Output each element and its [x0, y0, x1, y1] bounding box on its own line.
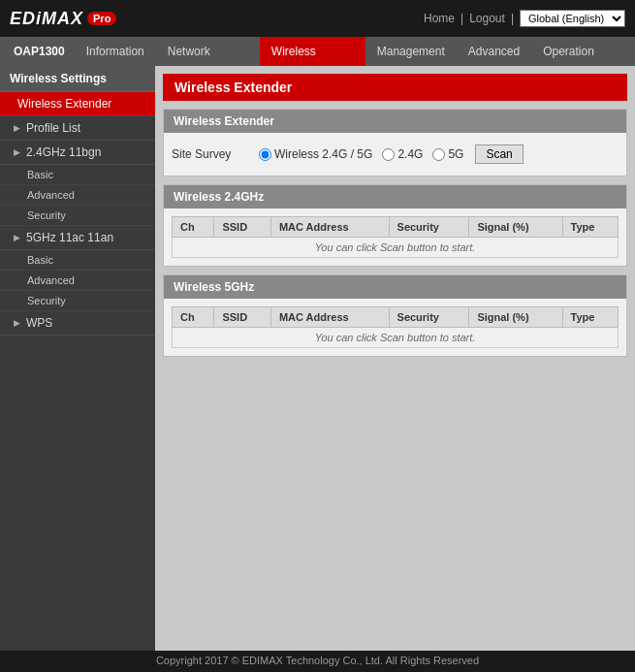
sidebar-item-wps[interactable]: WPS — [0, 311, 155, 336]
sidebar-section-title: Wireless Settings — [0, 66, 155, 92]
col-type-24: Type — [562, 217, 618, 238]
col-signal-5: Signal (%) — [469, 307, 562, 328]
nav-wireless[interactable]: Wireless Settings — [260, 37, 365, 66]
radio-24[interactable] — [382, 148, 395, 161]
col-ch-24: Ch — [173, 217, 214, 238]
sidebar-item-24ghz[interactable]: 2.4GHz 11bgn — [0, 141, 155, 165]
radio-24-text: 2.4G — [397, 147, 423, 161]
sidebar-item-basic-5[interactable]: Basic — [0, 250, 155, 271]
logout-link[interactable]: Logout — [469, 12, 505, 25]
col-ch-5: Ch — [173, 307, 214, 328]
col-security-24: Security — [389, 217, 469, 238]
section-24-title: Wireless 2.4GHz — [164, 185, 626, 208]
header-links: Home | Logout | Global (English) — [424, 10, 625, 27]
home-link[interactable]: Home — [424, 12, 455, 25]
main: Wireless Settings Wireless Extender Prof… — [0, 66, 635, 651]
language-select[interactable]: Global (English) — [520, 10, 625, 27]
device-label: OAP1300 — [4, 45, 75, 58]
radio-5-text: 5G — [448, 147, 463, 161]
section-5-body: Ch SSID MAC Address Security Signal (%) … — [164, 299, 626, 356]
sidebar-item-advanced-24[interactable]: Advanced — [0, 185, 155, 206]
radio-group: Wireless 2.4G / 5G 2.4G 5G — [259, 147, 463, 161]
table-24-empty-msg: You can click Scan button to start. — [173, 238, 619, 258]
col-type-5: Type — [562, 307, 618, 328]
table-5: Ch SSID MAC Address Security Signal (%) … — [172, 306, 619, 348]
nav-information[interactable]: Information — [75, 37, 156, 66]
content: Wireless Extender Wireless Extender Site… — [155, 66, 635, 651]
radio-both-label[interactable]: Wireless 2.4G / 5G — [259, 147, 372, 161]
header: EDiMAX Pro Home | Logout | Global (Engli… — [0, 0, 635, 37]
navbar: OAP1300 Information Network Settings Wir… — [0, 37, 635, 66]
col-mac-24: MAC Address — [270, 217, 389, 238]
radio-both-text: Wireless 2.4G / 5G — [274, 147, 372, 161]
radio-24-label[interactable]: 2.4G — [382, 147, 423, 161]
sidebar-item-advanced-5[interactable]: Advanced — [0, 271, 155, 291]
separator1: | — [460, 12, 463, 25]
col-ssid-24: SSID — [214, 217, 271, 238]
section-wireless-24: Wireless 2.4GHz Ch SSID MAC Address Secu… — [163, 184, 627, 267]
nav-management[interactable]: Management — [365, 37, 457, 66]
section-wireless-extender: Wireless Extender Site Survey Wireless 2… — [163, 109, 627, 176]
section-wireless-extender-body: Site Survey Wireless 2.4G / 5G 2.4G 5G S… — [164, 133, 626, 176]
radio-both[interactable] — [259, 148, 271, 161]
col-ssid-5: SSID — [214, 307, 271, 328]
sidebar-item-profile-list[interactable]: Profile List — [0, 116, 155, 141]
sidebar-item-wireless-extender[interactable]: Wireless Extender — [0, 92, 155, 116]
col-security-5: Security — [389, 307, 469, 328]
table-24-header-row: Ch SSID MAC Address Security Signal (%) … — [173, 217, 619, 238]
nav-advanced[interactable]: Advanced — [457, 37, 531, 66]
radio-5[interactable] — [432, 148, 445, 161]
sidebar-item-security-5[interactable]: Security — [0, 291, 155, 311]
nav-operation[interactable]: Operation Mode — [531, 37, 631, 66]
radio-5-label[interactable]: 5G — [432, 147, 463, 161]
sidebar-item-security-24[interactable]: Security — [0, 206, 155, 226]
nav-network[interactable]: Network Settings — [156, 37, 260, 66]
site-survey-label: Site Survey — [172, 147, 259, 161]
section-wireless-5: Wireless 5GHz Ch SSID MAC Address Securi… — [163, 274, 627, 357]
section-24-body: Ch SSID MAC Address Security Signal (%) … — [164, 208, 626, 266]
col-signal-24: Signal (%) — [469, 217, 562, 238]
table-24: Ch SSID MAC Address Security Signal (%) … — [172, 216, 619, 258]
site-survey-row: Site Survey Wireless 2.4G / 5G 2.4G 5G S… — [172, 141, 619, 168]
table-24-empty-row: You can click Scan button to start. — [173, 238, 619, 258]
section-wireless-extender-title: Wireless Extender — [164, 110, 626, 133]
scan-button[interactable]: Scan — [475, 144, 523, 164]
table-5-empty-row: You can click Scan button to start. — [173, 328, 619, 348]
sidebar-item-5ghz[interactable]: 5GHz 11ac 11an — [0, 226, 155, 250]
col-mac-5: MAC Address — [270, 307, 389, 328]
separator2: | — [511, 12, 514, 25]
logo: EDiMAX Pro — [10, 9, 116, 29]
logo-text: EDiMAX — [10, 9, 83, 29]
logo-pro: Pro — [87, 12, 116, 25]
table-5-header-row: Ch SSID MAC Address Security Signal (%) … — [173, 307, 619, 328]
footer: Copyright 2017 © EDIMAX Technology Co., … — [0, 651, 635, 672]
table-5-empty-msg: You can click Scan button to start. — [173, 328, 619, 348]
sidebar: Wireless Settings Wireless Extender Prof… — [0, 66, 155, 651]
sidebar-item-basic-24[interactable]: Basic — [0, 165, 155, 185]
footer-text: Copyright 2017 © EDIMAX Technology Co., … — [156, 655, 479, 666]
page-title: Wireless Extender — [163, 74, 627, 101]
section-5-title: Wireless 5GHz — [164, 275, 626, 299]
